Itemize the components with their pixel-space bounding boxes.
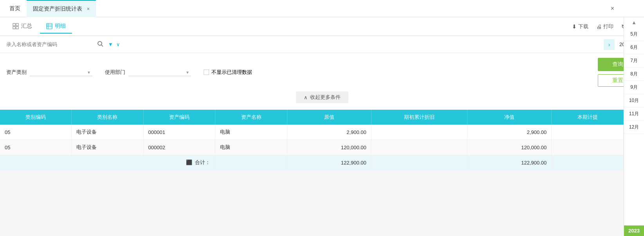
sidebar-month-item[interactable]: 11月 (624, 107, 644, 121)
svg-rect-1 (16, 23, 18, 26)
sidebar-months: 5月6月7月8月9月10月11月12月 (624, 28, 644, 134)
cell-accumulated-depreciation (371, 125, 467, 140)
download-action[interactable]: ⬇ 下载 (572, 23, 588, 30)
cell-asset-name: 电脑 (215, 125, 287, 140)
total-accumulated-depreciation (371, 155, 467, 170)
table-row[interactable]: 05 电子设备 000002 电脑 120,000.00 120,000.00 (0, 140, 624, 155)
filter-area: 资产类别 ▼ 使用部门 ▼ 不显示已清理数据 查询 重置 (0, 53, 644, 110)
department-filter: 使用部门 ▼ (105, 68, 191, 76)
print-icon: 🖨 (596, 23, 602, 30)
asset-category-select-wrapper: ▼ (30, 68, 92, 76)
cell-asset-name: 电脑 (215, 140, 287, 155)
table-header-row: 类别编码 类别名称 资产编码 资产名称 原值 期初累计折旧 净值 本期计提 (0, 110, 624, 125)
print-label: 打印 (603, 23, 613, 30)
cell-net-value: 120,000.00 (467, 140, 552, 155)
expand-arrow[interactable]: › (604, 39, 615, 50)
svg-point-8 (98, 41, 102, 45)
department-select-wrapper: ▼ (128, 68, 191, 76)
sidebar-month-item[interactable]: 9月 (624, 81, 644, 94)
total-blank-asset (215, 155, 287, 170)
detail-icon (46, 23, 52, 29)
total-row: ⬛ 合计： 122,900.00 122,900.00 (0, 155, 624, 170)
col-net-value: 净值 (467, 110, 552, 125)
tab-detail-label: 明细 (55, 23, 66, 30)
col-asset-code: 资产编码 (143, 110, 215, 125)
total-net-value: 122,900.00 (467, 155, 552, 170)
cell-asset-code: 000002 (143, 140, 215, 155)
tab-detail[interactable]: 明细 (40, 20, 72, 34)
filter-icon: ▼ (108, 41, 113, 47)
cell-original-value: 2,900.00 (287, 125, 371, 140)
collapse-icon: ∧ (304, 95, 308, 100)
sidebar-month-item[interactable]: 7月 (624, 54, 644, 68)
sidebar-month-item[interactable]: 6月 (624, 41, 644, 54)
window-close-button[interactable]: × (611, 5, 638, 12)
hide-cleared-checkbox[interactable]: 不显示已清理数据 (204, 69, 252, 76)
main-table: 类别编码 类别名称 资产编码 资产名称 原值 期初累计折旧 净值 本期计提 05… (0, 110, 624, 170)
cell-asset-code: 000001 (143, 125, 215, 140)
cell-net-value: 2,900.00 (467, 125, 552, 140)
cell-category-code: 05 (0, 140, 71, 155)
cell-category-code: 05 (0, 125, 71, 140)
right-sidebar: ▲ 5月6月7月8月9月10月11月12月 2023 (624, 17, 644, 236)
department-label: 使用部门 (105, 69, 125, 76)
chevron-down-icon: ∨ (116, 41, 120, 47)
cell-category-name: 电子设备 (71, 125, 143, 140)
active-tab-label: 固定资产折旧统计表 (33, 5, 82, 13)
search-bar: ▼ ∨ › 2023.01 (0, 36, 644, 53)
search-icon[interactable] (97, 41, 103, 48)
cell-current-depreciation (552, 140, 624, 155)
svg-rect-4 (47, 23, 52, 29)
summary-icon (13, 23, 19, 29)
svg-rect-0 (13, 23, 15, 26)
cell-category-name: 电子设备 (71, 140, 143, 155)
col-original-value: 原值 (287, 110, 371, 125)
col-category-name: 类别名称 (71, 110, 143, 125)
sidebar-month-item[interactable]: 10月 (624, 94, 644, 107)
tab-close-icon[interactable]: × (87, 6, 90, 12)
download-icon: ⬇ (572, 23, 577, 30)
sidebar-month-item[interactable]: 5月 (624, 28, 644, 41)
col-current-depreciation: 本期计提 (552, 110, 624, 125)
col-category-code: 类别编码 (0, 110, 71, 125)
total-label: ⬛ 合计： (0, 155, 215, 170)
svg-line-9 (101, 45, 103, 46)
download-label: 下载 (578, 23, 588, 30)
sidebar-month-item[interactable]: 8月 (624, 68, 644, 81)
toolbar: 汇总 明细 ⬇ 下载 🖨 打印 ↻ 刷新 (0, 17, 644, 36)
cell-current-depreciation (552, 125, 624, 140)
asset-category-select[interactable] (30, 68, 92, 76)
tab-summary-label: 汇总 (21, 23, 32, 30)
total-current-depreciation (552, 155, 624, 170)
sidebar-month-item[interactable]: 12月 (624, 121, 644, 134)
total-original-value: 122,900.00 (287, 155, 371, 170)
collapse-conditions-button[interactable]: ∧ 收起更多条件 (296, 91, 348, 103)
col-asset-name: 资产名称 (215, 110, 287, 125)
more-conditions-button[interactable]: ▼ ∨ (108, 41, 120, 47)
total-icon: ⬛ (186, 159, 192, 165)
tab-summary[interactable]: 汇总 (6, 20, 38, 34)
table-row[interactable]: 05 电子设备 000001 电脑 2,900.00 2,900.00 (0, 125, 624, 140)
cell-original-value: 120,000.00 (287, 140, 371, 155)
collapse-label: 收起更多条件 (310, 94, 341, 101)
sidebar-year-badge[interactable]: 2023 (624, 225, 644, 236)
sidebar-scroll-up[interactable]: ▲ (624, 17, 644, 28)
svg-rect-3 (16, 27, 18, 29)
active-tab: 固定资产折旧统计表 × (27, 0, 96, 17)
home-tab[interactable]: 首页 (6, 4, 23, 14)
asset-category-filter: 资产类别 ▼ (6, 68, 92, 76)
checkbox-box (204, 70, 209, 75)
filter-row: 资产类别 ▼ 使用部门 ▼ 不显示已清理数据 查询 重置 (6, 58, 638, 87)
svg-rect-2 (13, 27, 15, 29)
hide-cleared-label: 不显示已清理数据 (211, 69, 252, 76)
search-input[interactable] (6, 41, 92, 47)
print-action[interactable]: 🖨 打印 (596, 23, 613, 30)
table-container: 类别编码 类别名称 资产编码 资产名称 原值 期初累计折旧 净值 本期计提 05… (0, 110, 624, 170)
cell-accumulated-depreciation (371, 140, 467, 155)
asset-category-label: 资产类别 (6, 69, 27, 76)
col-accumulated-depreciation: 期初累计折旧 (371, 110, 467, 125)
top-nav: 首页 固定资产折旧统计表 × × (0, 0, 644, 17)
department-select[interactable] (128, 68, 191, 76)
